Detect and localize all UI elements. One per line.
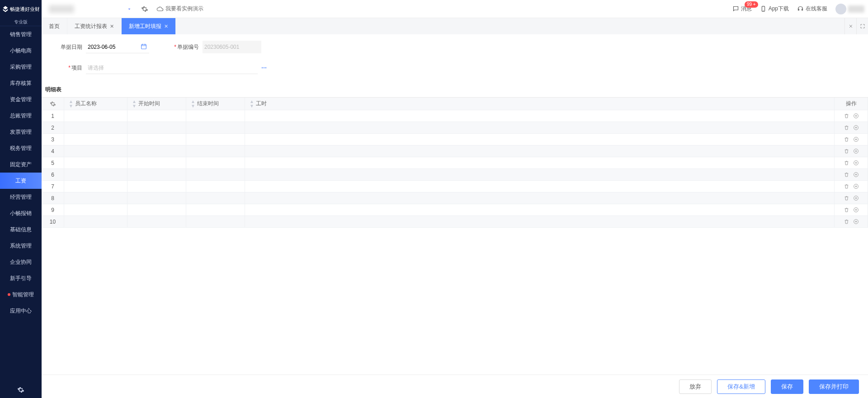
- sidebar-settings[interactable]: [0, 382, 42, 398]
- cell[interactable]: [127, 192, 186, 204]
- online-service-button[interactable]: 在线客服: [797, 5, 827, 13]
- cell[interactable]: [186, 192, 245, 204]
- cell[interactable]: [186, 110, 245, 122]
- sidebar-item-6[interactable]: 发票管理: [0, 124, 42, 140]
- add-row-button[interactable]: [853, 195, 859, 201]
- save-and-print-button[interactable]: 保存并打印: [809, 379, 859, 394]
- add-row-button[interactable]: [853, 219, 859, 225]
- col-employee[interactable]: ▲▼员工名称: [64, 98, 127, 110]
- tab-0[interactable]: 首页: [42, 18, 67, 34]
- tab-1[interactable]: 工资统计报表✕: [67, 18, 122, 34]
- add-row-button[interactable]: [853, 172, 859, 178]
- cell[interactable]: [186, 216, 245, 227]
- add-row-button[interactable]: [853, 113, 859, 119]
- cell[interactable]: [127, 110, 186, 122]
- user-menu[interactable]: [835, 4, 864, 14]
- cell[interactable]: [245, 134, 835, 145]
- grid-settings-header[interactable]: [42, 98, 64, 110]
- sidebar-item-9[interactable]: 工资: [0, 173, 42, 189]
- cell[interactable]: [186, 204, 245, 215]
- cell[interactable]: [186, 145, 245, 157]
- delete-row-button[interactable]: [844, 219, 849, 225]
- sidebar-item-2[interactable]: 采购管理: [0, 59, 42, 75]
- cell[interactable]: [64, 169, 127, 180]
- cell[interactable]: [245, 145, 835, 157]
- delete-row-button[interactable]: [844, 136, 849, 142]
- col-hours[interactable]: ▲▼工时: [245, 98, 835, 110]
- add-row-button[interactable]: [853, 183, 859, 189]
- sidebar-item-1[interactable]: 小畅电商: [0, 42, 42, 59]
- cell[interactable]: [186, 181, 245, 192]
- sidebar-item-11[interactable]: 小畅报销: [0, 205, 42, 221]
- delete-row-button[interactable]: [844, 195, 849, 201]
- close-icon[interactable]: ✕: [110, 23, 114, 29]
- sidebar-item-3[interactable]: 库存核算: [0, 75, 42, 91]
- delete-row-button[interactable]: [844, 172, 849, 178]
- cell[interactable]: [64, 204, 127, 215]
- fullscreen-button[interactable]: [856, 18, 868, 34]
- add-row-button[interactable]: [853, 207, 859, 213]
- tab-2[interactable]: 新增工时填报✕: [122, 18, 176, 34]
- project-picker-button[interactable]: ⋯: [261, 65, 267, 71]
- sidebar-item-17[interactable]: 应用中心: [0, 303, 42, 319]
- tenant-selector[interactable]: [45, 3, 136, 15]
- cell[interactable]: [186, 169, 245, 180]
- cell[interactable]: [127, 145, 186, 157]
- cell[interactable]: [64, 134, 127, 145]
- cell[interactable]: [245, 192, 835, 204]
- cell[interactable]: [245, 169, 835, 180]
- add-row-button[interactable]: [853, 160, 859, 166]
- sidebar-item-16[interactable]: 智能管理: [0, 286, 42, 303]
- cell[interactable]: [186, 134, 245, 145]
- sidebar-item-10[interactable]: 经营管理: [0, 189, 42, 205]
- sidebar-item-7[interactable]: 税务管理: [0, 140, 42, 156]
- cell[interactable]: [245, 216, 835, 227]
- discard-button[interactable]: 放弃: [679, 379, 712, 394]
- cell[interactable]: [64, 110, 127, 122]
- cell[interactable]: [127, 122, 186, 133]
- close-icon[interactable]: ✕: [164, 23, 168, 29]
- save-button[interactable]: 保存: [771, 379, 803, 394]
- sidebar-item-12[interactable]: 基础信息: [0, 221, 42, 238]
- cell[interactable]: [127, 216, 186, 227]
- date-input[interactable]: [86, 41, 149, 53]
- delete-row-button[interactable]: [844, 183, 849, 189]
- cell[interactable]: [186, 122, 245, 133]
- delete-row-button[interactable]: [844, 148, 849, 154]
- cell[interactable]: [64, 181, 127, 192]
- cell[interactable]: [127, 169, 186, 180]
- cell[interactable]: [64, 192, 127, 204]
- cell[interactable]: [64, 216, 127, 227]
- cell[interactable]: [245, 157, 835, 169]
- delete-row-button[interactable]: [844, 160, 849, 166]
- sidebar-item-4[interactable]: 资金管理: [0, 91, 42, 108]
- sidebar-item-14[interactable]: 企业协同: [0, 254, 42, 270]
- sidebar-item-0[interactable]: 销售管理: [0, 26, 42, 42]
- sidebar-item-8[interactable]: 固定资产: [0, 156, 42, 173]
- add-row-button[interactable]: [853, 148, 859, 154]
- save-and-new-button[interactable]: 保存&新增: [717, 379, 765, 394]
- col-start-time[interactable]: ▲▼开始时间: [127, 98, 186, 110]
- tenant-settings-button[interactable]: [141, 5, 148, 13]
- col-end-time[interactable]: ▲▼结束时间: [186, 98, 245, 110]
- sidebar-item-13[interactable]: 系统管理: [0, 238, 42, 254]
- cell[interactable]: [127, 181, 186, 192]
- delete-row-button[interactable]: [844, 113, 849, 119]
- demo-link[interactable]: 我要看实例演示: [156, 5, 203, 13]
- cell[interactable]: [64, 157, 127, 169]
- cell[interactable]: [64, 122, 127, 133]
- cell[interactable]: [127, 204, 186, 215]
- cell[interactable]: [245, 181, 835, 192]
- cell[interactable]: [127, 157, 186, 169]
- sidebar-item-5[interactable]: 总账管理: [0, 108, 42, 124]
- app-download-button[interactable]: App下载: [760, 5, 789, 13]
- messages-button[interactable]: 消息 99 +: [732, 5, 752, 13]
- add-row-button[interactable]: [853, 136, 859, 142]
- project-input[interactable]: [86, 61, 258, 74]
- sidebar-item-15[interactable]: 新手引导: [0, 270, 42, 286]
- cell[interactable]: [245, 122, 835, 133]
- cell[interactable]: [245, 204, 835, 215]
- add-row-button[interactable]: [853, 125, 859, 131]
- delete-row-button[interactable]: [844, 207, 849, 213]
- cell[interactable]: [245, 110, 835, 122]
